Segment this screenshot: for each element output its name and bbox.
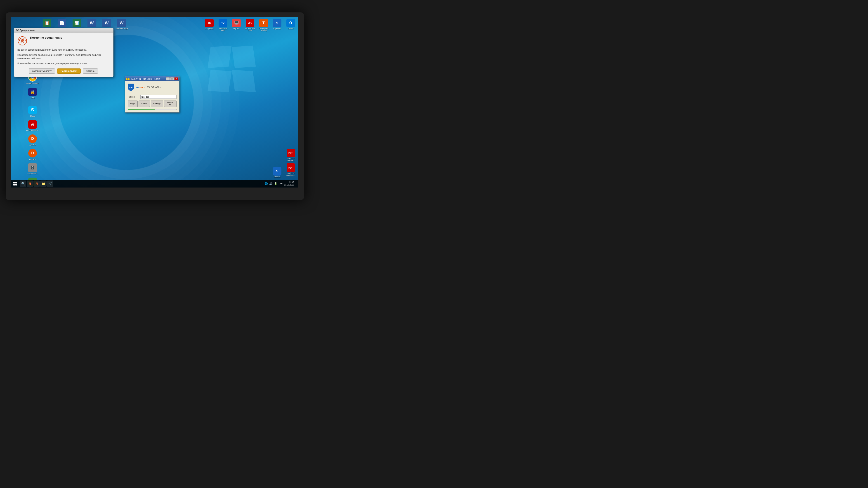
windows-watermark	[209, 46, 254, 92]
vpn-label: VPN	[31, 97, 34, 99]
finish-work-button[interactable]: Завершить работу	[29, 68, 55, 74]
vpn-progress-container	[128, 109, 177, 110]
tmk-label: ТМК Черметт (Новый)	[258, 28, 270, 32]
start-button[interactable]	[11, 180, 19, 188]
1c-label: 1С Предпр...	[205, 28, 214, 30]
tt-nakl-icon: 📊	[72, 19, 81, 27]
vpn-login-button[interactable]: Login	[128, 101, 138, 107]
vpn-arrow-icon: ▶▶	[126, 77, 130, 80]
daisy1-icon: D	[28, 134, 37, 143]
vpn-action-buttons: Login Cancel Settings Details >>	[128, 101, 177, 107]
vpn-cancel-button[interactable]: Cancel	[138, 101, 150, 107]
desktop-icon-zayavl[interactable]: W Заявление на ре	[115, 19, 128, 32]
vpn-minimize-button[interactable]: ─	[166, 77, 170, 80]
desktop-icon-1c[interactable]: 1С 1С Предпр...	[204, 19, 215, 32]
desktop-icon-tmk[interactable]: Т ТМК Черметт (Новый)	[258, 19, 270, 32]
taskbar-datetime: 11:47 21.08.2023	[284, 181, 294, 186]
taskbar-battery-icon: 🔋	[274, 182, 277, 185]
zdorov-icon: S	[273, 167, 281, 175]
taskbar-volume-icon: 🔊	[269, 182, 273, 185]
vmware-shield-icon: vm	[128, 84, 134, 91]
vpn-settings-button[interactable]: Settings	[151, 101, 163, 107]
chermev-label: ЧерметзD	[274, 28, 281, 29]
desktop-icon-adobe[interactable]: Ai Adobe AcrobatDC	[25, 120, 40, 131]
vpn-details-button[interactable]: Details >>	[164, 101, 177, 107]
adobe-icon: Ai	[28, 120, 37, 129]
error-icon-container	[18, 36, 27, 46]
taskbar-date: 21.08.2023	[284, 184, 294, 186]
desktop-icon-prays1[interactable]: PDF Прайс ГЗУ Актюбинс...	[285, 149, 297, 162]
prays1-label: Прайс ГЗУ Актюбинс...	[285, 158, 297, 162]
error-dialog-title-text: 1С:Предприятие	[16, 29, 35, 32]
taskbar-show-desktop[interactable]	[296, 181, 297, 187]
taskbar-time: 11:47	[284, 181, 294, 184]
skype-label: Skype	[30, 115, 35, 117]
vpn-login-dialog: ▶▶ SSL VPN-Plus Client - Login ─ □ ✕ vm	[125, 76, 180, 112]
error-dialog-body: Потеряно соединение Во время выполнения …	[14, 33, 113, 77]
taskbar-right-area: 🌐 🔊 🔋 РУС 11:47 21.08.2023	[265, 181, 298, 187]
db-label: 1с ДатаЛерн...	[27, 173, 38, 174]
vpn-close-button[interactable]: ✕	[174, 77, 178, 80]
desktop-icon-vpn[interactable]: 🔒 VPN	[25, 88, 40, 99]
taskbar-folder-icon[interactable]: 📁	[40, 181, 46, 187]
desktop-icons-right-top: 1С 1С Предпр... TV TeamViewer Host 🖥️ An…	[204, 19, 297, 32]
error-dialog-titlebar: 1С:Предприятие	[14, 28, 113, 33]
desktop-icon-daisy1[interactable]: D Дейзи 1	[25, 134, 40, 146]
taskbar-yandex-icon[interactable]: Я	[27, 181, 33, 187]
monitor-outer: start Word Google Chrome 🔒 VPN	[6, 12, 304, 200]
vmware-header: vm vmware SSL VPN-Plus	[128, 84, 177, 93]
1c-icon: 1С	[205, 19, 214, 27]
network-label: Network	[128, 96, 139, 98]
error-heading: Потеряно соединение	[30, 36, 62, 41]
taskbar-browser-icon[interactable]: Я	[33, 181, 40, 187]
cancel-button[interactable]: Отмена	[83, 68, 98, 74]
taskbar-search-icon[interactable]: 🔍	[20, 181, 26, 187]
vpn-restore-button[interactable]: □	[170, 77, 174, 80]
vpn-icon: 🔒	[28, 88, 37, 96]
network-input[interactable]	[141, 95, 177, 99]
desktop: start Word Google Chrome 🔒 VPN	[11, 17, 298, 188]
retry-button[interactable]: Повторить (12)	[57, 68, 81, 74]
desktop-icon-daisy2[interactable]: D Дейзи 2	[25, 149, 40, 160]
zayavl-icon: W	[117, 19, 126, 27]
desktop-icon-anydesk[interactable]: 🖥️ AnyDesk	[230, 19, 242, 32]
teamviewer-icon: TV	[219, 19, 227, 27]
anydesk-label: AnyDesk	[233, 28, 240, 29]
desktop-icon-teamviewer[interactable]: TV TeamViewer Host	[217, 19, 229, 32]
desktop-icon-outlook[interactable]: O Outlook	[285, 19, 297, 32]
daisy1-label: Дейзи 1	[29, 144, 36, 146]
taskbar-network-icon: 🌐	[265, 182, 268, 185]
taskbar-pinned-icons: 🔍 Я Я 📁 🛒	[19, 181, 54, 187]
desktop-icon-sslvpn[interactable]: VPN SSL VPN-Plus Client	[244, 19, 256, 32]
anydesk-icon: 🖥️	[232, 19, 241, 27]
adobe-label: Adobe AcrobatDC	[26, 129, 39, 131]
sluzh2-icon: W	[102, 19, 111, 27]
prays2-label: Прайс ГЗУ Актюбинс...	[285, 172, 297, 176]
desktop-icon-skype[interactable]: S Skype	[25, 106, 40, 117]
teamviewer-label: TeamViewer Host	[217, 28, 229, 32]
taskbar: 🔍 Я Я 📁 🛒 🌐 🔊 🔋	[11, 180, 298, 188]
prays2-icon: PDF	[287, 163, 295, 172]
desktop-icon-db[interactable]: 🗄️ 1с ДатаЛерн...	[25, 163, 40, 174]
vpn-title-text: SSL VPN-Plus Client - Login	[131, 78, 160, 80]
taskbar-store-icon[interactable]: 🛒	[47, 181, 53, 187]
vmware-brand-text: vmware SSL VPN-Plus	[136, 86, 161, 89]
desktop-icon-zdorov[interactable]: S Здорова	[271, 167, 283, 177]
error-text3: Если ошибка повторится, возможно, сервер…	[18, 62, 109, 65]
vidicena-icon: 📋	[43, 19, 51, 27]
desktop-icon-prays2[interactable]: PDF Прайс ГЗУ Актюбинс...	[285, 163, 297, 176]
desktop-icon-chermev[interactable]: Ч ЧерметзD	[271, 19, 283, 32]
outlook-icon: O	[286, 19, 295, 27]
desktop-icons-left: Google Chrome 🔒 VPN S Skype Ai	[25, 73, 40, 188]
error-heading-text: Потеряно соединение	[30, 36, 62, 39]
pdf-icons-right: PDF Прайс ГЗУ Актюбинс... PDF Прайс ГЗУ …	[285, 149, 297, 176]
zayavl-label: Заявление на ре	[116, 28, 128, 30]
error-dialog-buttons: Завершить работу Повторить (12) Отмена	[18, 68, 109, 74]
vpn-progress-bar	[128, 109, 155, 110]
error-text1: Во время выполнения действия была потеря…	[18, 48, 109, 52]
zdorov-label: Здорова	[274, 176, 280, 177]
vpn-dialog-body: vm vmware SSL VPN-Plus Network Login Can…	[125, 81, 179, 112]
error-title-row: Потеряно соединение	[18, 36, 109, 46]
sslvpn-icon: VPN	[246, 19, 254, 27]
vpn-titlebar-left: ▶▶ SSL VPN-Plus Client - Login	[126, 77, 160, 80]
